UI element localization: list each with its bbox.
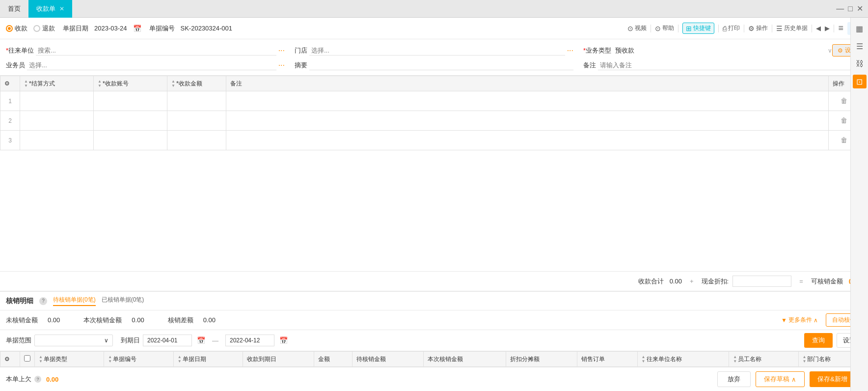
sort-doc-date[interactable]: ▲▼ — [178, 355, 182, 363]
nav-prev-btn[interactable]: ◀ — [816, 25, 821, 32]
btcol-due-date-label: 收款到期日 — [247, 356, 276, 363]
sort-dept[interactable]: ▲▼ — [803, 355, 807, 363]
account-cell-1[interactable] — [94, 91, 167, 111]
section-info-icon[interactable]: ? — [39, 297, 47, 305]
store-input[interactable] — [309, 46, 565, 56]
tab-receipt[interactable]: 收款单 ✕ — [28, 0, 72, 18]
layout-icon[interactable]: ≡ — [838, 23, 843, 33]
tab-home[interactable]: 首页 — [0, 0, 28, 18]
business-type-dropdown[interactable]: ∨ — [828, 47, 832, 54]
query-btn[interactable]: 查询 — [804, 333, 833, 348]
video-label: 视频 — [635, 24, 647, 32]
video-action[interactable]: ⊙ 视频 — [627, 24, 647, 32]
completed-tab[interactable]: 已核销单据(0笔) — [102, 296, 144, 306]
delete-row-1-btn[interactable]: 🗑 — [841, 97, 847, 105]
sort-doc-no[interactable]: ▲▼ — [108, 355, 112, 363]
calendar-icon[interactable]: 📅 — [133, 25, 141, 32]
section-header: 核销明细 ? 待核销单据(0笔) 已核销单据(0笔) — [0, 292, 868, 310]
divider-4 — [744, 25, 744, 32]
maximize-btn[interactable]: □ — [848, 4, 853, 13]
account-cell-2[interactable] — [94, 111, 167, 131]
date-from-icon[interactable]: 📅 — [197, 336, 205, 344]
date-from-input[interactable] — [143, 335, 192, 346]
gear-icon[interactable]: ⚙ — [4, 80, 10, 87]
remark-field: 备注 — [583, 60, 862, 70]
remark-input[interactable] — [598, 60, 862, 70]
list-view-btn[interactable]: ☰ — [853, 39, 867, 53]
tab-receipt-close[interactable]: ✕ — [59, 5, 64, 12]
history-action[interactable]: ☰ 历史单据 — [776, 24, 808, 32]
date-to-icon[interactable]: 📅 — [279, 336, 288, 344]
sort-amount[interactable]: ▲▼ — [171, 79, 175, 88]
amount-cell-2[interactable] — [167, 111, 226, 131]
btcol-dept-label: 部门名称 — [807, 355, 831, 363]
doc-range-select[interactable]: ∨ — [34, 335, 113, 346]
col-remark-label: 备注 — [230, 80, 242, 87]
tab-receipt-label: 收款单 — [36, 4, 55, 13]
btcol-doc-type: ▲▼ 单据类型 — [35, 352, 104, 367]
counterpart-input[interactable] — [36, 46, 276, 56]
sales-rep-input[interactable] — [27, 60, 276, 70]
abandon-btn[interactable]: 放弃 — [717, 371, 751, 387]
divider-1 — [651, 25, 651, 32]
draft-btn[interactable]: 保存草稿 ∧ — [756, 371, 805, 387]
divider-5 — [772, 25, 772, 32]
cash-discount-input[interactable] — [732, 276, 791, 287]
select-all-checkbox[interactable] — [24, 355, 30, 362]
account-cell-3[interactable] — [94, 131, 167, 150]
sort-employee[interactable]: ▲▼ — [733, 355, 737, 363]
settle-method-cell-2[interactable] — [20, 111, 94, 131]
sales-rep-more-icon[interactable]: ··· — [278, 61, 285, 70]
store-field: 门店 ··· — [295, 46, 573, 56]
window-controls: — □ ✕ — [836, 4, 868, 13]
nav-next-btn[interactable]: ▶ — [825, 25, 830, 32]
operations-action[interactable]: ⚙ 操作 — [748, 24, 768, 32]
summary-input[interactable] — [309, 60, 573, 70]
btcol-amount: 金额 — [314, 352, 352, 367]
footer-this-time-label: 本单上欠 — [6, 375, 31, 384]
form-area: * 往来单位 ··· 门店 ··· * 业务类型 预收款 ∨ ⚙ 设置 — [0, 39, 868, 76]
help-label: 帮助 — [662, 24, 674, 32]
refund-radio[interactable]: 退款 — [33, 24, 55, 33]
due-date-field: 到期日 📅 — 📅 — [121, 335, 288, 346]
btcol-pending-label: 待核销金额 — [356, 356, 386, 363]
link-btn[interactable]: ⛓ — [853, 57, 867, 71]
btcol-settings[interactable]: ⚙ — [0, 352, 20, 367]
sort-doc-type[interactable]: ▲▼ — [39, 355, 43, 363]
counterpart-more-icon[interactable]: ··· — [278, 46, 285, 55]
table-view-btn[interactable]: ▦ — [853, 22, 867, 35]
form-row-2: 业务员 ··· 摘要 备注 — [6, 60, 862, 70]
sort-settle[interactable]: ▲▼ — [24, 79, 28, 88]
minimize-btn[interactable]: — — [836, 4, 844, 13]
col-settings[interactable]: ⚙ — [0, 76, 20, 91]
remark-cell-3[interactable] — [226, 131, 829, 150]
amount-cell-1[interactable] — [167, 91, 226, 111]
more-conditions-btn[interactable]: ▼ 更多条件 ∧ — [781, 316, 818, 324]
remark-cell-1[interactable] — [226, 91, 829, 111]
col-amount-label: *收款金额 — [176, 80, 202, 88]
print-action[interactable]: ⎙ 打印 — [723, 24, 740, 32]
divider-7 — [834, 25, 834, 32]
delete-row-3-btn[interactable]: 🗑 — [841, 136, 847, 144]
date-to-input[interactable] — [225, 335, 274, 346]
col-amount: ▲▼ *收款金额 — [167, 76, 226, 91]
remark-cell-2[interactable] — [226, 111, 829, 131]
settle-method-cell-1[interactable] — [20, 91, 94, 111]
sales-rep-field: 业务员 ··· — [6, 60, 285, 70]
help-action[interactable]: ⊙ 帮助 — [655, 24, 674, 32]
delete-row-2-btn[interactable]: 🗑 — [841, 116, 847, 124]
sort-counterpart[interactable]: ▲▼ — [642, 355, 646, 363]
expand-btn[interactable]: ⊡ — [853, 75, 867, 88]
counterpart-field: * 往来单位 ··· — [6, 46, 285, 56]
footer: 本单上欠 ? 0.00 放弃 保存草稿 ∧ 保存&新增 ∧ — [0, 367, 868, 391]
equals-operator: = — [799, 278, 803, 285]
close-btn[interactable]: ✕ — [857, 4, 863, 13]
shortcut-action[interactable]: ⊞ 快捷键 — [682, 23, 714, 34]
pending-tab[interactable]: 待核销单据(0笔) — [53, 296, 96, 306]
receipt-radio[interactable]: 收款 — [6, 24, 27, 33]
sort-account[interactable]: ▲▼ — [98, 79, 102, 88]
settle-method-cell-3[interactable] — [20, 131, 94, 150]
amount-cell-3[interactable] — [167, 131, 226, 150]
footer-info-icon[interactable]: ? — [34, 376, 41, 383]
store-more-icon[interactable]: ··· — [567, 46, 573, 55]
